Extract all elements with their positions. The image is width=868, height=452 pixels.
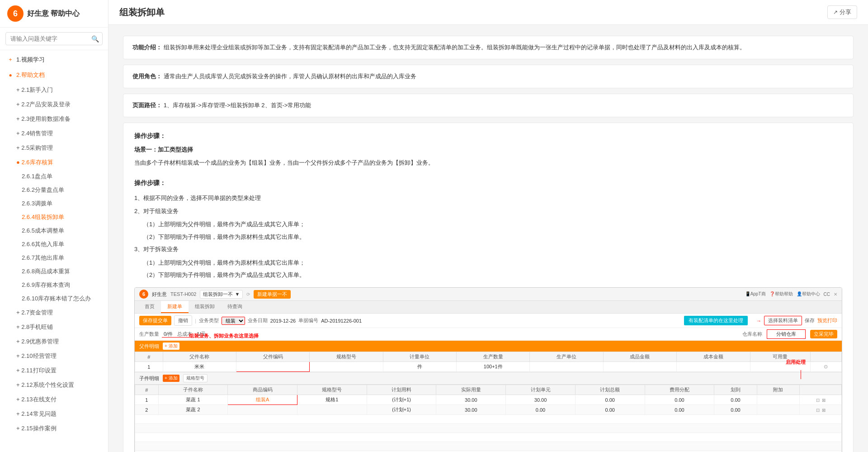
sidebar-item-print[interactable]: + 2.11打印设置: [0, 363, 108, 378]
row-action-copy[interactable]: ⊡: [816, 398, 820, 403]
search-input[interactable]: [5, 32, 103, 45]
step3-2: （2）下部明细为子件明细，最终作为产成品生成其它入库单。: [134, 270, 842, 280]
table-row: [135, 424, 842, 433]
operations-title: 操作步骤：: [134, 132, 842, 140]
logo-icon: 6: [7, 5, 24, 22]
sidebar-item-label: + 2.14常见问题: [16, 410, 57, 417]
mock-icon-cc: CC: [824, 292, 830, 297]
sidebar-item-label: 2.6.1盘点单: [22, 173, 52, 180]
mock-business-type-select[interactable]: 组装 拆卸: [222, 317, 245, 325]
mock-tab-list: 组装拆卸: [189, 301, 221, 313]
sidebar-item-docs[interactable]: ● 2.帮助文档: [0, 67, 108, 83]
sidebar-item-payment[interactable]: + 2.13在线支付: [0, 392, 108, 407]
sidebar-item-ledger-query[interactable]: 2.6.9库存账本查询: [0, 278, 108, 292]
sidebar-item-customize[interactable]: + 2.12系统个性化设置: [0, 378, 108, 392]
search-box[interactable]: 🔍: [0, 28, 108, 50]
mock-parent-table: # 父件名称 父件编码 规格型号 计量单位 生产数量 生产单位 成品金额 成本金…: [135, 352, 842, 372]
intro-text: 组装拆卸单用来处理企业组装或拆卸等加工业务，支持有固定装配清单的产品加工业务，也…: [164, 44, 745, 51]
mock-billno-value: AD-20191226-001: [321, 318, 362, 324]
mock-icon-refresh: ⟳: [246, 292, 250, 297]
sidebar-item-ledger-fix[interactable]: 2.6.10库存账本错了怎么办: [0, 292, 108, 305]
path-label: 页面路径：: [132, 102, 162, 109]
sidebar-item-faq[interactable]: + 2.14常见问题: [0, 407, 108, 421]
mock-confirm-btn[interactable]: 立采完毕: [810, 330, 837, 338]
sidebar-item-mobile[interactable]: + 2.8手机旺铺: [0, 320, 108, 334]
sidebar-item-install[interactable]: + 2.2产品安装及登录: [0, 97, 108, 112]
sidebar-item-cost-recalc[interactable]: 2.6.8商品成本重算: [0, 265, 108, 278]
mock-select-box: 组装拆卸一不 ▼: [200, 290, 243, 299]
sidebar-item-label: 2.6.8商品成本重算: [22, 268, 70, 275]
col-op: [810, 352, 841, 362]
sidebar-item-purchase[interactable]: + 2.5采购管理: [0, 141, 108, 155]
mock-teal-notice: 有装配清单的在这里处理 →: [684, 316, 748, 325]
intro-label: 功能介绍：: [132, 44, 162, 51]
mock-icon-help: ❓帮助帮助: [769, 291, 793, 297]
sidebar-item-label: + 2.8手机旺铺: [16, 324, 53, 330]
step2: 2、对于组装业务: [134, 206, 842, 216]
mock-qty-label: 生产数量: [139, 331, 159, 338]
sidebar-item-other-in[interactable]: 2.6.6其他入库单: [0, 238, 108, 251]
sidebar-item-label: + 2.4销售管理: [16, 130, 53, 137]
sidebar-item-assembly[interactable]: 2.6.4组装拆卸单: [0, 210, 108, 224]
mock-arrow-line1: [162, 337, 189, 338]
sidebar-item-partial-stocktake[interactable]: 2.6.2分量盘点单: [0, 183, 108, 197]
mock-cancel-btn[interactable]: 撤销: [174, 315, 192, 326]
mock-import-btn[interactable]: 规格型号: [183, 374, 208, 382]
mock-tab-new: 新建单: [161, 301, 189, 313]
search-icon[interactable]: 🔍: [91, 35, 99, 43]
sidebar-item-cost-adjust[interactable]: 2.6.5成本调整单: [0, 224, 108, 238]
mock-right-icons: 📱AppT商 ❓帮助帮助 👤帮助中心 CC ✕: [745, 291, 837, 297]
sidebar-item-finance[interactable]: + 2.7资金管理: [0, 305, 108, 320]
mock-warehouse-label: 仓库名称: [742, 331, 762, 338]
screenshot-container: 6 好生意 TEST-H002 组装拆卸一不 ▼ ⟳ 新建单据一不 📱AppT商…: [134, 287, 842, 452]
mock-add-child[interactable]: + 添加: [163, 375, 179, 382]
collapse-icon: ●: [7, 72, 14, 78]
mock-qty-val: 0/件: [164, 331, 173, 338]
mock-field-business-type: 业务类型: [199, 317, 219, 324]
mock-save-btn[interactable]: 保存提交单: [139, 316, 171, 325]
mock-annotation3: 启用处理: [786, 359, 806, 366]
sidebar-item-transfer[interactable]: 2.6.3调拨单: [0, 197, 108, 210]
mock-toolbar: 保存提交单 撤销 | 业务类型 组装 拆卸 业务日期 2019-12-26 单据…: [135, 314, 842, 328]
mock-child-table-wrap: # 子件名称 商品编码 规格型号 计划用料 实际用量 计划单元 计划总额 费用分…: [135, 385, 842, 452]
sidebar-item-label: 2.帮助文档: [16, 71, 45, 79]
role-text: 通常由生产人员或库管人员完成拆装业务的操作，库管人员确认原材料的出库和产成品的入…: [164, 73, 416, 80]
sidebar-item-sales[interactable]: + 2.4销售管理: [0, 126, 108, 141]
mock-child-header: 子件明细 + 添加 规格型号 启用处理: [135, 372, 842, 385]
sidebar: 6 好生意 帮助中心 🔍 + 1.视频学习 ● 2.帮助文档 + 2.1新手入门…: [0, 0, 108, 452]
sidebar-item-label: 2.6.5成本调整单: [22, 227, 64, 234]
mock-warehouse-input[interactable]: 分销仓库: [767, 329, 806, 339]
col-parent-name: 父件名称: [163, 352, 236, 362]
role-label: 使用角色：: [132, 73, 162, 80]
sidebar-item-newuser[interactable]: + 2.1新手入门: [0, 83, 108, 97]
share-button[interactable]: ↗ 分享: [827, 5, 857, 19]
col-prod-unit: 生产单位: [530, 352, 603, 362]
mock-parent-header: 父件明细 + 添加: [135, 341, 842, 352]
sidebar-item-videos[interactable]: + 1.视频学习: [0, 52, 108, 67]
sidebar-item-label: 2.6.4组装拆卸单: [22, 214, 64, 220]
row-action-del2[interactable]: ⊠: [822, 408, 826, 413]
mock-section-wrapper: 父件明细 + 添加 组装业务、拆卸业务在这里选择: [135, 341, 842, 352]
mock-tab-query: 待查询: [221, 301, 249, 313]
col-num: #: [135, 352, 163, 362]
sidebar-item-other-out[interactable]: 2.6.7其他出库单: [0, 251, 108, 265]
sidebar-item-label: + 2.5采购管理: [16, 144, 53, 151]
sidebar-item-prepare[interactable]: + 2.3使用前数据准备: [0, 112, 108, 126]
sidebar-item-label: ● 2.6库存核算: [16, 159, 53, 166]
mock-add-parent[interactable]: + 添加: [163, 343, 179, 350]
sidebar-item-label: + 2.9优惠券管理: [16, 338, 59, 345]
sidebar-item-coupon[interactable]: + 2.9优惠券管理: [0, 334, 108, 349]
col-spec: 规格型号: [310, 352, 383, 362]
sidebar-item-stocktake[interactable]: 2.6.1盘点单: [0, 170, 108, 183]
row-action-copy2[interactable]: ⊡: [816, 408, 820, 413]
mock-select-template-btn[interactable]: 选择装料清单: [764, 316, 802, 325]
path-block: 页面路径： 1、库存核算->库存管理->组装拆卸单 2、首页->常用功能: [123, 94, 854, 117]
row-action-icon[interactable]: ⊙: [824, 364, 828, 369]
sidebar-item-inventory[interactable]: ● 2.6库存核算: [0, 155, 108, 170]
role-block: 使用角色： 通常由生产人员或库管人员完成拆装业务的操作，库管人员确认原材料的出库…: [123, 65, 854, 88]
sidebar-item-label: + 2.7资金管理: [16, 309, 53, 316]
mock-child-table: # 子件名称 商品编码 规格型号 计划用料 实际用量 计划单元 计划总额 费用分…: [135, 385, 842, 452]
sidebar-item-ops[interactable]: + 2.10经营管理: [0, 349, 108, 363]
sidebar-item-examples[interactable]: + 2.15操作案例: [0, 421, 108, 436]
row-action-del[interactable]: ⊠: [822, 398, 826, 403]
